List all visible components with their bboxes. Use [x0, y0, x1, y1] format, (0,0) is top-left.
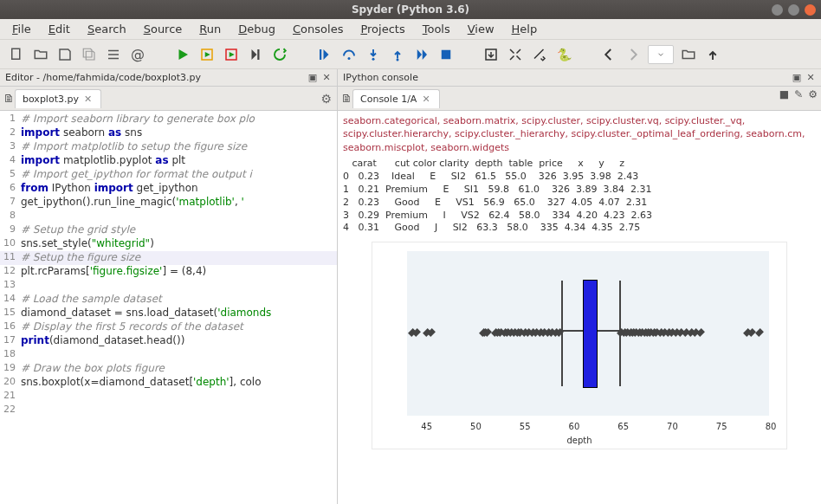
open-file-icon[interactable]: [31, 45, 50, 64]
preferences-icon[interactable]: [530, 45, 549, 64]
console-tabs: 🗎 Console 1/A ✕ ■ ✎ ⚙: [338, 87, 821, 111]
svg-point-6: [372, 57, 375, 60]
gear-icon[interactable]: ⚙: [808, 88, 818, 100]
maximize-pane-icon[interactable]: [506, 45, 525, 64]
file-browser-icon[interactable]: 🗎: [3, 92, 15, 105]
toolbar: @ 🐍: [0, 40, 821, 69]
svg-rect-0: [12, 48, 20, 59]
stop-console-icon[interactable]: ■: [779, 88, 789, 100]
gear-icon[interactable]: ⚙: [320, 92, 332, 106]
editor-tabs: 🗎 boxplot3.py ✕ ⚙: [0, 87, 337, 111]
back-icon[interactable]: [599, 45, 618, 64]
menu-debug[interactable]: Debug: [233, 21, 281, 37]
editor-pane-header: Editor - /home/fahmida/code/boxplot3.py …: [0, 69, 337, 87]
maximize-button[interactable]: [788, 4, 799, 16]
console-list-icon[interactable]: 🗎: [341, 92, 352, 105]
menu-source[interactable]: Source: [139, 21, 188, 37]
menu-edit[interactable]: Edit: [43, 21, 75, 37]
menu-consoles[interactable]: Consoles: [288, 21, 348, 37]
console-pane-title: IPython console: [343, 72, 418, 83]
menu-view[interactable]: View: [462, 21, 500, 37]
titlebar: Spyder (Python 3.6): [0, 0, 821, 19]
forward-icon[interactable]: [624, 45, 643, 64]
run-cell-advance-icon[interactable]: [222, 45, 241, 64]
working-dir-dropdown[interactable]: [648, 45, 674, 64]
tab-close-icon[interactable]: ✕: [422, 94, 430, 105]
svg-rect-8: [442, 49, 451, 59]
save-icon[interactable]: [55, 45, 74, 64]
debug-step-over-icon[interactable]: [339, 45, 359, 64]
parent-dir-icon[interactable]: [703, 45, 722, 64]
tab-console-1a[interactable]: Console 1/A ✕: [352, 89, 440, 108]
save-all-icon[interactable]: [80, 45, 99, 64]
menu-tools[interactable]: Tools: [417, 21, 456, 37]
restart-icon[interactable]: [270, 45, 289, 64]
menu-file[interactable]: File: [7, 21, 36, 37]
window-title: Spyder (Python 3.6): [352, 3, 469, 16]
tab-label: boxplot3.py: [23, 94, 79, 105]
pane-options-icon[interactable]: ▣: [307, 73, 318, 83]
menu-help[interactable]: Help: [507, 21, 543, 37]
boxplot-figure: 4550556065707580 depth: [372, 242, 787, 449]
menu-search[interactable]: Search: [82, 21, 132, 37]
menu-projects[interactable]: Projects: [355, 21, 410, 37]
tab-boxplot3[interactable]: boxplot3.py ✕: [15, 89, 101, 108]
console-pane-header: IPython console ▣ ✕: [338, 69, 821, 87]
python-icon[interactable]: 🐍: [554, 45, 573, 64]
close-button[interactable]: [805, 4, 816, 16]
run-icon[interactable]: [173, 45, 192, 64]
clear-console-icon[interactable]: ✎: [794, 88, 803, 100]
x-axis-label: depth: [566, 436, 592, 445]
new-file-icon[interactable]: [7, 45, 26, 64]
browse-dir-icon[interactable]: [679, 45, 698, 64]
tab-label: Console 1/A: [360, 94, 417, 105]
debug-step-out-icon[interactable]: [388, 45, 407, 64]
import-icon[interactable]: [482, 45, 501, 64]
run-cell-icon[interactable]: [197, 45, 217, 64]
at-icon[interactable]: @: [128, 45, 147, 64]
run-selection-icon[interactable]: [246, 45, 265, 64]
debug-stop-icon[interactable]: [436, 45, 456, 64]
tab-close-icon[interactable]: ✕: [84, 94, 92, 105]
minimize-button[interactable]: [772, 4, 783, 16]
svg-rect-3: [257, 49, 259, 60]
console-pane: IPython console ▣ ✕ 🗎 Console 1/A ✕ ■ ✎ …: [338, 69, 821, 504]
svg-rect-4: [320, 49, 321, 60]
menu-run[interactable]: Run: [194, 21, 226, 37]
list-icon[interactable]: [104, 45, 123, 64]
menubar: File Edit Search Source Run Debug Consol…: [0, 19, 821, 40]
console-output[interactable]: seaborn.categorical, seaborn.matrix, sci…: [338, 111, 821, 504]
code-editor[interactable]: 1# Import seaborn library to generate bo…: [0, 111, 337, 504]
console-imports: seaborn.categorical, seaborn.matrix, sci…: [343, 114, 816, 154]
svg-point-7: [397, 58, 399, 61]
debug-continue-icon[interactable]: [412, 45, 431, 64]
pane-close-icon[interactable]: ✕: [321, 73, 332, 83]
debug-step-start-icon[interactable]: [315, 45, 334, 64]
dataframe-output: carat cut color clarity depth table pric…: [343, 158, 816, 235]
debug-step-into-icon[interactable]: [364, 45, 383, 64]
editor-pane-title: Editor - /home/fahmida/code/boxplot3.py: [5, 72, 201, 83]
svg-point-5: [348, 57, 351, 60]
pane-close-icon[interactable]: ✕: [805, 73, 816, 83]
pane-options-icon[interactable]: ▣: [792, 73, 802, 83]
editor-pane: Editor - /home/fahmida/code/boxplot3.py …: [0, 69, 338, 504]
